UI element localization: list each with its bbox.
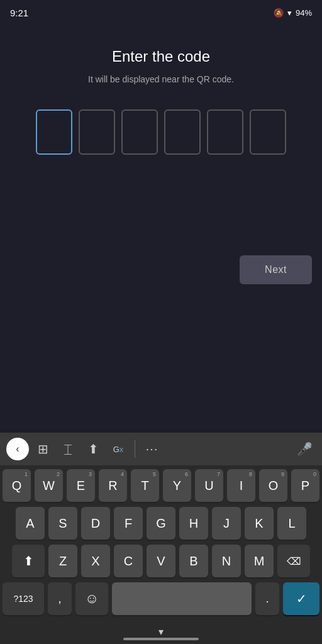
code-box-1[interactable] [36, 109, 72, 155]
keyboard-row-2: A S D F G H J K L [3, 507, 319, 540]
page-subtitle: It will be displayed near the QR code. [88, 74, 234, 84]
mic-icon: 🎤 [297, 441, 313, 457]
code-input-group [36, 109, 286, 155]
key-h[interactable]: H [179, 507, 208, 540]
key-comma[interactable]: , [48, 582, 72, 615]
mute-icon: 🔕 [274, 8, 284, 18]
key-d[interactable]: D [81, 507, 110, 540]
more-icon: ⋯ [145, 441, 158, 457]
key-q[interactable]: Q1 [3, 469, 31, 502]
main-content: Enter the code It will be displayed near… [0, 23, 322, 180]
key-l[interactable]: L [277, 507, 306, 540]
translate-icon: Gx [113, 445, 124, 454]
key-enter[interactable]: ✓ [283, 582, 319, 615]
key-emoji[interactable]: ☺ [75, 582, 108, 615]
status-bar: 9:21 🔕 ▾ 94% [0, 0, 322, 23]
key-w[interactable]: W2 [35, 469, 63, 502]
keyboard-row-4: ?123 , ☺ . ✓ [3, 582, 319, 615]
key-z[interactable]: Z [48, 545, 77, 577]
key-b[interactable]: B [179, 545, 208, 577]
code-box-3[interactable] [121, 109, 158, 155]
more-button[interactable]: ⋯ [140, 438, 163, 460]
key-a[interactable]: A [16, 507, 45, 540]
key-c[interactable]: C [114, 545, 143, 577]
keyboard-row-1: Q1 W2 E3 R4 T5 Y6 U7 I8 O9 P0 [3, 469, 319, 502]
home-indicator [123, 638, 199, 640]
cursor-button[interactable]: ⌶ [57, 438, 79, 460]
code-box-6[interactable] [250, 109, 286, 155]
key-n[interactable]: N [212, 545, 241, 577]
toolbar-divider [135, 440, 135, 458]
code-box-5[interactable] [207, 109, 243, 155]
cursor-icon: ⌶ [64, 442, 72, 457]
share-button[interactable]: ⬆ [82, 438, 104, 460]
key-x[interactable]: X [81, 545, 110, 577]
keyboard-row-3: ⬆ Z X C V B N M ⌫ [3, 545, 319, 577]
key-v[interactable]: V [147, 545, 175, 577]
key-t[interactable]: T5 [131, 469, 159, 502]
shift-icon: ⬆ [23, 553, 34, 569]
key-symbols[interactable]: ?123 [3, 582, 44, 615]
translate-button[interactable]: Gx [107, 438, 130, 460]
page-title: Enter the code [112, 48, 210, 65]
key-o[interactable]: O9 [259, 469, 287, 502]
key-k[interactable]: K [245, 507, 274, 540]
key-g[interactable]: G [147, 507, 175, 540]
share-icon: ⬆ [88, 441, 99, 457]
sticker-button[interactable]: ⊞ [31, 438, 54, 460]
mic-button[interactable]: 🎤 [293, 438, 316, 460]
key-m[interactable]: M [245, 545, 274, 577]
nav-bar: ▾ [0, 621, 322, 644]
key-period[interactable]: . [255, 582, 279, 615]
battery-icon: 94% [296, 8, 312, 18]
key-f[interactable]: F [114, 507, 143, 540]
status-time: 9:21 [10, 8, 28, 18]
button-row: Next [0, 255, 322, 284]
key-backspace[interactable]: ⌫ [277, 545, 310, 577]
keyboard-container: ‹ ⊞ ⌶ ⬆ Gx ⋯ 🎤 Q1 W2 E3 R4 T5 Y6 [0, 433, 322, 644]
wifi-icon: ▾ [287, 8, 292, 18]
key-s[interactable]: S [48, 507, 77, 540]
sticker-icon: ⊞ [38, 441, 48, 457]
key-e[interactable]: E3 [67, 469, 95, 502]
backspace-icon: ⌫ [287, 555, 301, 567]
key-space[interactable] [112, 582, 252, 615]
keyboard-back-button[interactable]: ‹ [6, 438, 29, 460]
nav-chevron-icon[interactable]: ▾ [158, 626, 164, 638]
chevron-left-icon: ‹ [16, 443, 19, 455]
key-i[interactable]: I8 [227, 469, 255, 502]
key-j[interactable]: J [212, 507, 241, 540]
keyboard-keys: Q1 W2 E3 R4 T5 Y6 U7 I8 O9 P0 A S D F G … [0, 465, 322, 621]
next-button[interactable]: Next [240, 255, 312, 284]
keyboard-toolbar: ‹ ⊞ ⌶ ⬆ Gx ⋯ 🎤 [0, 433, 322, 465]
key-u[interactable]: U7 [195, 469, 223, 502]
code-box-2[interactable] [79, 109, 115, 155]
status-icons: 🔕 ▾ 94% [274, 8, 312, 18]
key-r[interactable]: R4 [99, 469, 127, 502]
key-shift[interactable]: ⬆ [12, 545, 45, 577]
code-box-4[interactable] [164, 109, 201, 155]
key-y[interactable]: Y6 [163, 469, 191, 502]
key-p[interactable]: P0 [291, 469, 319, 502]
